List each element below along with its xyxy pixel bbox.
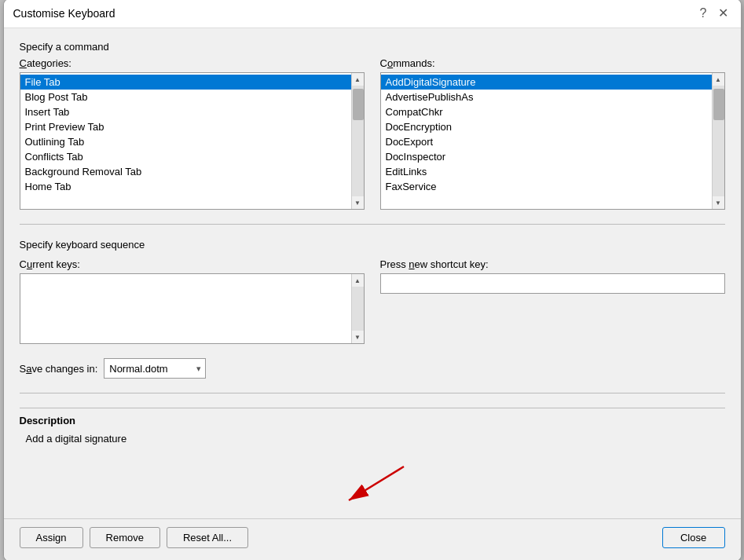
current-keys-scrollbar: ▲ ▼	[351, 274, 364, 343]
scroll-up-button[interactable]: ▲	[351, 73, 364, 86]
help-button[interactable]: ?	[697, 5, 710, 21]
list-item[interactable]: AddDigitalSignature	[381, 75, 712, 90]
save-changes-select[interactable]: Normal.dotm	[104, 358, 206, 379]
scroll-track	[713, 86, 724, 196]
new-shortcut-column: Press new shortcut key:	[380, 258, 725, 294]
list-item[interactable]: DocEncryption	[381, 119, 712, 134]
assign-button[interactable]: Assign	[20, 527, 83, 548]
commands-listbox-wrapper: AddDigitalSignature AdvertisePublishAs C…	[380, 72, 725, 210]
title-buttons: ? ✕	[697, 5, 731, 21]
arrow-area	[20, 459, 725, 506]
list-item[interactable]: AdvertisePublishAs	[381, 90, 712, 104]
save-changes-label: Save changes in:	[20, 363, 98, 375]
command-columns: Categories: File Tab Blog Post Tab Inser…	[20, 57, 725, 210]
reset-all-button[interactable]: Reset All...	[167, 527, 248, 548]
categories-listbox[interactable]: File Tab Blog Post Tab Insert Tab Print …	[20, 73, 351, 209]
divider-1	[20, 224, 725, 225]
scroll-down-button[interactable]: ▼	[351, 196, 364, 209]
scroll-down-button[interactable]: ▼	[351, 331, 364, 343]
specify-keyboard-label: Specify keyboard sequence	[20, 239, 725, 251]
dialog-body: Specify a command Categories: File Tab B…	[4, 28, 741, 518]
commands-scrollbar: ▲ ▼	[712, 73, 724, 209]
svg-line-1	[349, 467, 404, 500]
list-item[interactable]: File Tab	[20, 75, 351, 90]
list-item[interactable]: Insert Tab	[20, 104, 351, 119]
description-text: Add a digital signature	[20, 430, 725, 448]
current-keys-box: ▲ ▼	[20, 273, 365, 344]
customize-keyboard-dialog: Customise Keyboard ? ✕ Specify a command…	[3, 0, 742, 560]
red-arrow-icon	[325, 463, 420, 506]
list-item[interactable]: Outlining Tab	[20, 134, 351, 149]
scroll-up-button[interactable]: ▲	[712, 73, 724, 86]
new-shortcut-label: Press new shortcut key:	[380, 258, 725, 270]
dialog-title: Customise Keyboard	[13, 7, 115, 20]
list-item[interactable]: DocExport	[381, 134, 712, 149]
footer-buttons: Assign Remove Reset All... Close	[4, 518, 741, 560]
remove-button[interactable]: Remove	[90, 527, 160, 548]
save-changes-select-wrapper: Normal.dotm	[104, 358, 206, 379]
commands-column: Commands: AddDigitalSignature AdvertiseP…	[380, 57, 725, 210]
window-close-button[interactable]: ✕	[715, 5, 731, 21]
current-keys-content	[20, 274, 351, 343]
scroll-down-button[interactable]: ▼	[712, 196, 724, 209]
list-item[interactable]: DocInspector	[381, 149, 712, 164]
specify-command-label: Specify a command	[20, 41, 725, 53]
keyboard-section: Specify keyboard sequence Current keys: …	[20, 239, 725, 344]
description-section: Description Add a digital signature	[20, 408, 725, 448]
keyboard-row: Current keys: ▲ ▼ Press new shortcu	[20, 258, 725, 344]
categories-scrollbar: ▲ ▼	[351, 73, 364, 209]
close-button[interactable]: Close	[662, 527, 725, 548]
title-bar: Customise Keyboard ? ✕	[4, 0, 741, 28]
list-item[interactable]: CompatChkr	[381, 104, 712, 119]
list-item[interactable]: Background Removal Tab	[20, 164, 351, 179]
divider-2	[20, 393, 725, 393]
new-shortcut-input[interactable]	[380, 273, 725, 294]
scroll-track	[352, 86, 364, 196]
list-item[interactable]: FaxService	[381, 179, 712, 194]
current-keys-label: Current keys:	[20, 258, 365, 270]
categories-column: Categories: File Tab Blog Post Tab Inser…	[20, 57, 365, 210]
scroll-thumb	[713, 89, 724, 120]
description-label: Description	[20, 415, 725, 426]
list-item[interactable]: Blog Post Tab	[20, 90, 351, 104]
commands-listbox[interactable]: AddDigitalSignature AdvertisePublishAs C…	[381, 73, 712, 209]
categories-label: Categories:	[20, 57, 365, 69]
list-item[interactable]: Conflicts Tab	[20, 149, 351, 164]
list-item[interactable]: Print Preview Tab	[20, 119, 351, 134]
scroll-thumb	[353, 89, 364, 120]
current-keys-column: Current keys: ▲ ▼	[20, 258, 365, 344]
list-item[interactable]: Home Tab	[20, 179, 351, 194]
scroll-up-button[interactable]: ▲	[351, 274, 364, 287]
categories-listbox-wrapper: File Tab Blog Post Tab Insert Tab Print …	[20, 72, 365, 210]
save-changes-row: Save changes in: Normal.dotm	[20, 358, 725, 379]
scroll-track	[352, 287, 364, 331]
commands-label: Commands:	[380, 57, 725, 69]
list-item[interactable]: EditLinks	[381, 164, 712, 179]
specify-command-section: Specify a command Categories: File Tab B…	[20, 41, 725, 210]
